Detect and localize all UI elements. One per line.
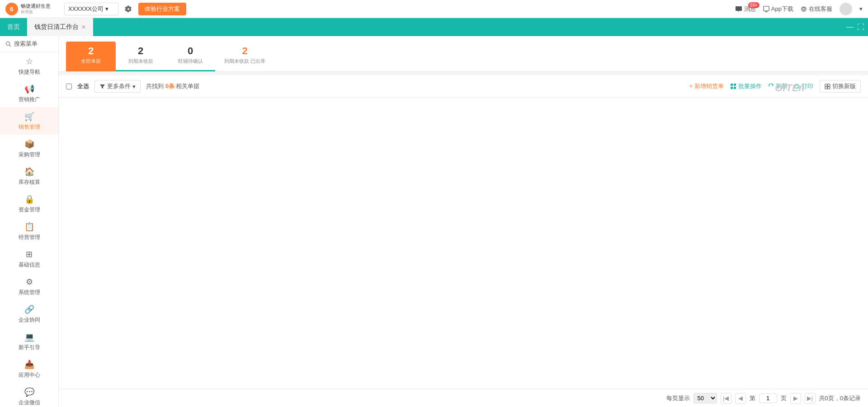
experience-button[interactable]: 体验行业方案 xyxy=(138,3,186,15)
pagination: 每页显示 50 10 20 100 |◀ ◀ 第 页 ▶ ▶| 共0页，0条记录 xyxy=(59,389,868,407)
add-sales-order-button[interactable]: + 新增销货单 xyxy=(689,82,724,90)
tab-close-icon[interactable]: ✕ xyxy=(81,24,86,30)
svg-rect-13 xyxy=(825,87,827,89)
operation-icon: 📋 xyxy=(24,222,34,232)
sidebar-item-quick-nav[interactable]: ☆ 快捷导航 xyxy=(0,52,58,80)
company-name: XXXXXX公司 xyxy=(68,5,104,13)
page-size-label: 每页显示 xyxy=(666,394,690,402)
table-area xyxy=(59,98,868,389)
page-input[interactable] xyxy=(759,393,777,403)
sidebar-item-marketing[interactable]: 📢 营销推广 xyxy=(0,80,58,107)
online-service-item[interactable]: 在线客服 xyxy=(801,5,832,13)
stat-count-wangwang: 0 xyxy=(175,45,206,57)
filter-button[interactable]: 更多条件 ▾ xyxy=(94,80,141,93)
total-records: 共0页，0条记录 xyxy=(819,394,861,402)
purchase-icon: 📦 xyxy=(24,139,34,149)
batch-operation-button[interactable]: 批量操作 xyxy=(730,82,762,90)
sidebar-item-enterprise[interactable]: 🔗 企业协同 xyxy=(0,300,58,327)
page-label: 第 xyxy=(750,394,755,402)
app-download-label: App下载 xyxy=(771,5,793,13)
last-page-button[interactable]: ▶| xyxy=(805,393,816,404)
tab-expand-icon[interactable]: ⛶ xyxy=(857,23,864,31)
tab-home[interactable]: 首页 xyxy=(0,18,27,36)
filter-dropdown-icon: ▾ xyxy=(132,83,136,90)
sidebar-item-wechat[interactable]: 💬 企业微信 xyxy=(0,383,58,407)
inventory-icon: 🏠 xyxy=(24,167,34,177)
logo-icon: 6 xyxy=(5,3,18,15)
print-button[interactable]: 打印 xyxy=(794,82,813,90)
stat-label-all: 全部单据 xyxy=(75,58,107,65)
tab-cash-work[interactable]: 钱货日清工作台 ✕ xyxy=(27,18,93,36)
svg-rect-11 xyxy=(825,84,827,86)
content-area: 2 全部单据 2 到期未收款 0 旺辅待确认 2 到期未收款 已出库 全选 更多… xyxy=(59,36,868,407)
app-edition: 标准版 xyxy=(21,9,51,15)
sidebar-search[interactable]: 搜索菜单 xyxy=(0,36,58,52)
top-header: 6 畅捷通好生意 标准版 XXXXXX公司 ▾ 体验行业方案 消息 99+ Ap… xyxy=(0,0,868,18)
stat-count-all: 2 xyxy=(75,45,107,57)
page-label-end: 页 xyxy=(781,394,787,402)
svg-rect-0 xyxy=(764,6,769,11)
svg-rect-9 xyxy=(734,87,736,89)
switch-version-button[interactable]: 切换新版 xyxy=(820,80,861,93)
refresh-button[interactable]: 刷新 xyxy=(768,82,788,90)
avatar[interactable] xyxy=(840,3,852,15)
company-selector[interactable]: XXXXXX公司 ▾ xyxy=(64,3,118,15)
messages-badge: 99+ xyxy=(748,2,760,8)
sidebar-item-purchase[interactable]: 📦 采购管理 xyxy=(0,135,58,162)
sidebar-search-label: 搜索菜单 xyxy=(14,40,38,48)
sidebar-item-inventory[interactable]: 🏠 库存核算 xyxy=(0,162,58,190)
sidebar-item-system[interactable]: ⚙ 系统管理 xyxy=(0,272,58,300)
sidebar-item-basic[interactable]: ⊞ 基础信息 xyxy=(0,245,58,272)
stat-label-overdue: 到期未收款 xyxy=(125,58,156,65)
stat-tab-overdue[interactable]: 2 到期未收款 xyxy=(116,42,165,71)
stats-bar: 2 全部单据 2 到期未收款 0 旺辅待确认 2 到期未收款 已出库 xyxy=(59,36,868,72)
sidebar-item-operation[interactable]: 📋 经营管理 xyxy=(0,217,58,245)
stat-label-wangwang: 旺辅待确认 xyxy=(175,58,206,65)
stat-count-overdue-out: 2 xyxy=(224,45,265,57)
select-all-checkbox[interactable] xyxy=(66,84,72,89)
svg-rect-14 xyxy=(828,87,830,89)
stat-label-overdue-out: 到期未收款 已出库 xyxy=(224,58,265,65)
logo-area: 6 畅捷通好生意 标准版 xyxy=(5,3,64,15)
guide-icon: 💻 xyxy=(24,332,34,342)
next-page-button[interactable]: ▶ xyxy=(790,393,801,404)
settings-button[interactable] xyxy=(122,3,135,15)
tab-minimize-icon[interactable]: — xyxy=(846,23,854,31)
svg-rect-6 xyxy=(731,84,733,86)
prev-page-button[interactable]: ◀ xyxy=(735,393,746,404)
sales-icon: 🛒 xyxy=(24,112,34,122)
stat-tab-overdue-out[interactable]: 2 到期未收款 已出库 xyxy=(215,42,274,71)
header-right: 消息 99+ App下载 在线客服 ▾ xyxy=(735,3,863,15)
toolbar: 全选 更多条件 ▾ 共找到 0条 相关单据 + 新增销货单 批量操作 xyxy=(59,75,868,98)
sidebar-item-apps[interactable]: 📥 应用中心 xyxy=(0,355,58,383)
toolbar-right: + 新增销货单 批量操作 刷新 打印 切换新版 xyxy=(689,80,861,93)
sidebar-item-guide[interactable]: 💻 新手引导 xyxy=(0,327,58,355)
found-text: 共找到 0条 相关单据 xyxy=(146,82,199,90)
tab-controls: — ⛶ xyxy=(846,23,868,31)
sidebar: 搜索菜单 ☆ 快捷导航 📢 营销推广 🛒 销售管理 📦 采购管理 🏠 库存核算 xyxy=(0,36,59,407)
first-page-button[interactable]: |◀ xyxy=(721,393,731,404)
svg-rect-7 xyxy=(734,84,736,86)
messages-item[interactable]: 消息 99+ xyxy=(735,5,756,13)
wechat-icon: 💬 xyxy=(24,387,34,397)
user-menu[interactable]: ▾ xyxy=(859,5,863,12)
app-download-item[interactable]: App下载 xyxy=(763,5,793,13)
dropdown-icon: ▾ xyxy=(105,5,108,12)
online-service-label: 在线客服 xyxy=(809,5,832,13)
stat-tab-wangwang[interactable]: 0 旺辅待确认 xyxy=(165,42,215,71)
svg-rect-12 xyxy=(828,84,830,86)
page-size-select[interactable]: 50 10 20 100 xyxy=(693,393,717,403)
select-all-label: 全选 xyxy=(77,82,89,90)
apps-icon: 📥 xyxy=(24,360,34,370)
svg-rect-8 xyxy=(731,87,733,89)
enterprise-icon: 🔗 xyxy=(24,304,34,314)
stat-count-overdue: 2 xyxy=(125,45,156,57)
sidebar-item-sales[interactable]: 🛒 销售管理 xyxy=(0,107,58,135)
quick-nav-icon: ☆ xyxy=(26,56,33,66)
app-name: 畅捷通好生意 xyxy=(21,3,51,9)
tab-bar: 首页 钱货日清工作台 ✕ — ⛶ xyxy=(0,18,868,36)
main-layout: 搜索菜单 ☆ 快捷导航 📢 营销推广 🛒 销售管理 📦 采购管理 🏠 库存核算 xyxy=(0,36,868,407)
stat-tab-all[interactable]: 2 全部单据 xyxy=(66,42,116,71)
sidebar-item-finance[interactable]: 🔒 资金管理 xyxy=(0,190,58,217)
finance-icon: 🔒 xyxy=(24,194,34,204)
